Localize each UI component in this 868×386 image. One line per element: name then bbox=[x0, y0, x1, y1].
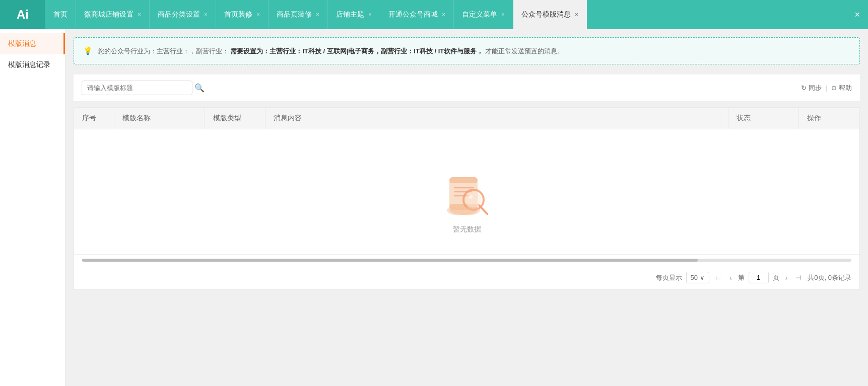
last-page-button[interactable]: ⊣ bbox=[793, 273, 804, 283]
col-name: 模版名称 bbox=[114, 108, 205, 129]
nav-tab-homepage-decor[interactable]: 首页装修 × bbox=[216, 0, 269, 29]
close-tab-store-settings[interactable]: × bbox=[138, 11, 141, 18]
top-navigation: Ai 首页 微商城店铺设置 × 商品分类设置 × 首页装修 × 商品页装修 × … bbox=[0, 0, 868, 29]
notice-banner: 💡 您的公众号行业为：主营行业：，副营行业： 需要设置为：主营行业：IT科技 /… bbox=[74, 37, 860, 64]
close-tab-template[interactable]: × bbox=[575, 11, 578, 18]
prev-page-button[interactable]: ‹ bbox=[727, 273, 734, 283]
close-tab-homepage[interactable]: × bbox=[256, 11, 260, 18]
help-button[interactable]: ⊙ 帮助 bbox=[831, 84, 852, 93]
nav-tab-custom-menu[interactable]: 自定义菜单 × bbox=[454, 0, 513, 29]
empty-state: 暂无数据 bbox=[74, 129, 859, 254]
pagination-row: 每页显示 50 ∨ ⊢ ‹ 第 页 › ⊣ 共0页, 0条记录 bbox=[74, 266, 859, 289]
col-action: 操作 bbox=[799, 108, 859, 129]
nav-tab-store-settings[interactable]: 微商城店铺设置 × bbox=[76, 0, 150, 29]
search-icon: 🔍 bbox=[194, 84, 205, 92]
next-page-button[interactable]: › bbox=[783, 273, 790, 283]
table-container: 序号 模版名称 模版类型 消息内容 状态 操作 bbox=[74, 107, 860, 290]
search-left: 🔍 bbox=[82, 81, 205, 95]
scrollbar-thumb[interactable] bbox=[82, 259, 698, 262]
close-tab-mall[interactable]: × bbox=[442, 11, 445, 18]
divider: | bbox=[826, 84, 827, 92]
svg-rect-2 bbox=[449, 177, 478, 183]
empty-text: 暂无数据 bbox=[453, 225, 481, 234]
app-logo: Ai bbox=[0, 0, 45, 29]
svg-point-10 bbox=[469, 195, 473, 199]
nav-tab-open-mall[interactable]: 开通公众号商城 × bbox=[380, 0, 454, 29]
sidebar-item-template-records[interactable]: 模版消息记录 bbox=[0, 54, 65, 75]
search-button[interactable]: 🔍 bbox=[194, 83, 205, 93]
page-label: 页 bbox=[773, 273, 779, 282]
nav-tab-store-theme[interactable]: 店铺主题 × bbox=[328, 0, 380, 29]
content-area: 💡 您的公众号行业为：主营行业：，副营行业： 需要设置为：主营行业：IT科技 /… bbox=[65, 29, 868, 386]
nav-tab-home[interactable]: 首页 bbox=[45, 0, 76, 29]
nav-tab-category-settings[interactable]: 商品分类设置 × bbox=[150, 0, 216, 29]
close-tab-product[interactable]: × bbox=[316, 11, 319, 18]
sidebar: 模版消息 模版消息记录 bbox=[0, 29, 65, 386]
sync-icon: ↻ bbox=[801, 84, 807, 92]
search-right: ↻ 同步 | ⊙ 帮助 bbox=[801, 84, 852, 93]
col-type: 模版类型 bbox=[205, 108, 265, 129]
sync-button[interactable]: ↻ 同步 bbox=[801, 84, 822, 93]
help-icon: ⊙ bbox=[831, 84, 837, 92]
col-index: 序号 bbox=[74, 108, 114, 129]
close-tab-menu[interactable]: × bbox=[501, 11, 505, 18]
empty-illustration bbox=[434, 160, 500, 225]
nav-tab-product-decor[interactable]: 商品页装修 × bbox=[269, 0, 328, 29]
table-header: 序号 模版名称 模版类型 消息内容 状态 操作 bbox=[74, 108, 859, 129]
chevron-down-icon: ∨ bbox=[700, 274, 705, 281]
col-content: 消息内容 bbox=[265, 108, 728, 129]
page-summary: 共0页, 0条记录 bbox=[808, 273, 851, 282]
main-layout: 模版消息 模版消息记录 💡 您的公众号行业为：主营行业：，副营行业： 需要设置为… bbox=[0, 29, 868, 386]
search-row: 🔍 ↻ 同步 | ⊙ 帮助 bbox=[74, 74, 860, 101]
page-number-input[interactable] bbox=[749, 272, 769, 283]
col-status: 状态 bbox=[728, 108, 799, 129]
nav-tab-template-msg[interactable]: 公众号模版消息 × bbox=[513, 0, 587, 29]
scrollbar-track bbox=[82, 259, 851, 262]
scrollbar-area bbox=[74, 254, 859, 266]
first-page-button[interactable]: ⊢ bbox=[713, 273, 723, 283]
page-size-select[interactable]: 50 ∨ bbox=[686, 272, 709, 283]
close-tab-theme[interactable]: × bbox=[368, 11, 372, 18]
lightbulb-icon: 💡 bbox=[83, 46, 93, 55]
search-input[interactable] bbox=[82, 81, 192, 95]
svg-point-9 bbox=[465, 192, 482, 208]
page-di-label: 第 bbox=[738, 273, 745, 282]
page-size-label: 每页显示 bbox=[656, 273, 682, 282]
close-tab-category[interactable]: × bbox=[204, 11, 208, 18]
sidebar-item-template-msg[interactable]: 模版消息 bbox=[0, 33, 65, 54]
close-all-tabs[interactable]: × bbox=[846, 10, 868, 20]
nav-tabs-container: 首页 微商城店铺设置 × 商品分类设置 × 首页装修 × 商品页装修 × 店铺主… bbox=[45, 0, 846, 29]
